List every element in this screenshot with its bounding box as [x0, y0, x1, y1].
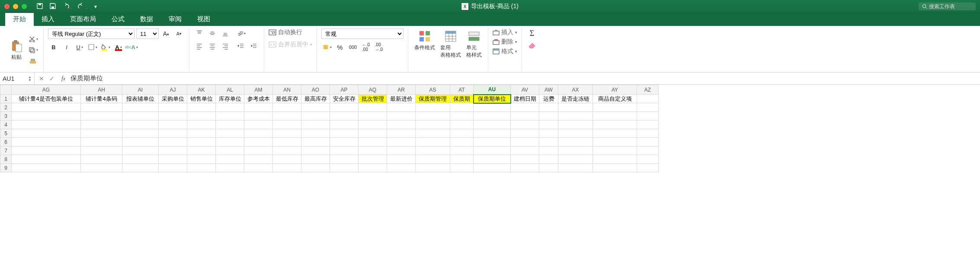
row-header[interactable]: 5	[0, 129, 12, 138]
cell[interactable]	[244, 129, 273, 138]
cell-styles-button[interactable]: 单元 格样式	[464, 29, 484, 60]
cell[interactable]	[558, 155, 593, 164]
copy-button[interactable]	[28, 45, 39, 55]
cell[interactable]	[387, 112, 416, 121]
cell[interactable]	[450, 164, 474, 172]
cell[interactable]	[159, 103, 187, 112]
tab-insert[interactable]: 插入	[34, 13, 62, 26]
number-format-select[interactable]: 常规	[321, 29, 404, 39]
row-header[interactable]: 3	[0, 112, 12, 121]
cell[interactable]	[558, 164, 593, 172]
cell[interactable]	[558, 121, 593, 129]
cell[interactable]	[416, 155, 450, 164]
cell[interactable]	[273, 138, 301, 146]
cell[interactable]	[216, 155, 244, 164]
column-header[interactable]: AH	[81, 85, 122, 95]
cell[interactable]	[387, 138, 416, 146]
cell[interactable]	[637, 121, 659, 129]
close-window[interactable]	[4, 4, 10, 9]
cell[interactable]	[159, 138, 187, 146]
cell[interactable]	[539, 155, 558, 164]
column-header[interactable]: AP	[330, 85, 359, 95]
cell[interactable]	[558, 129, 593, 138]
cell[interactable]: 最新进价	[387, 95, 416, 103]
cell[interactable]	[450, 121, 474, 129]
namebox-stepper[interactable]: ▲▼	[28, 76, 32, 82]
cell[interactable]	[359, 138, 387, 146]
paste-button[interactable]: 粘贴	[8, 38, 25, 62]
cell[interactable]	[511, 112, 539, 121]
column-header[interactable]: AJ	[159, 85, 187, 95]
italic-button[interactable]: I	[61, 42, 72, 52]
merge-center-button[interactable]: 合并后居中 ▾	[269, 41, 312, 48]
font-size-select[interactable]: 11	[136, 29, 159, 39]
cell[interactable]	[216, 129, 244, 138]
cell[interactable]	[330, 164, 359, 172]
cell[interactable]	[330, 112, 359, 121]
cell[interactable]	[159, 146, 187, 155]
cell[interactable]: 安全库存	[330, 95, 359, 103]
cell[interactable]	[216, 138, 244, 146]
cell[interactable]	[81, 129, 122, 138]
cell[interactable]	[511, 103, 539, 112]
cell[interactable]	[330, 146, 359, 155]
cell[interactable]: 报表辅单位	[122, 95, 159, 103]
decrease-font-button[interactable]: A▾	[173, 29, 185, 38]
cell[interactable]	[216, 146, 244, 155]
cell[interactable]: 采购单位	[159, 95, 187, 103]
font-name-select[interactable]: 等线 Regular (正文)	[48, 29, 135, 39]
cell[interactable]	[539, 164, 558, 172]
tab-data[interactable]: 数据	[132, 13, 161, 26]
tab-page-layout[interactable]: 页面布局	[62, 13, 104, 26]
cell[interactable]	[558, 103, 593, 112]
cell[interactable]	[244, 112, 273, 121]
cell[interactable]	[359, 155, 387, 164]
cell[interactable]	[122, 121, 159, 129]
fill-color-button[interactable]	[100, 42, 111, 52]
cell[interactable]	[216, 112, 244, 121]
cell[interactable]	[511, 138, 539, 146]
row-header[interactable]: 6	[0, 138, 12, 146]
cell[interactable]	[593, 112, 637, 121]
cell[interactable]	[474, 129, 511, 138]
insert-cells-button[interactable]: 插入▾	[493, 29, 517, 36]
cell[interactable]	[593, 155, 637, 164]
cancel-formula-button[interactable]: ✕	[39, 75, 44, 82]
cell[interactable]	[187, 121, 216, 129]
column-header[interactable]: AU	[474, 85, 511, 95]
search-input[interactable]	[929, 3, 972, 10]
cell[interactable]: 库存单位	[216, 95, 244, 103]
cell[interactable]	[539, 129, 558, 138]
redo-icon[interactable]	[78, 3, 87, 11]
increase-decimal-button[interactable]: ←.0.00	[360, 42, 372, 52]
cell[interactable]: 建档日期	[511, 95, 539, 103]
column-header[interactable]: AI	[122, 85, 159, 95]
cell[interactable]	[637, 164, 659, 172]
cell[interactable]	[539, 112, 558, 121]
cell[interactable]	[450, 129, 474, 138]
cell[interactable]	[416, 146, 450, 155]
cell[interactable]	[159, 112, 187, 121]
cell[interactable]	[558, 138, 593, 146]
cell[interactable]	[273, 129, 301, 138]
cell[interactable]	[558, 146, 593, 155]
cell[interactable]	[187, 138, 216, 146]
spreadsheet-grid[interactable]: AGAHAIAJAKALAMANAOAPAQARASATAUAVAWAXAYAZ…	[0, 85, 980, 172]
cell[interactable]	[359, 164, 387, 172]
cell[interactable]	[330, 155, 359, 164]
cell[interactable]	[12, 121, 81, 129]
cell[interactable]	[450, 155, 474, 164]
cell[interactable]	[637, 146, 659, 155]
cell[interactable]	[159, 155, 187, 164]
cell[interactable]	[122, 146, 159, 155]
cell[interactable]	[244, 164, 273, 172]
cell[interactable]	[159, 121, 187, 129]
row-header[interactable]: 8	[0, 155, 12, 164]
cell[interactable]	[81, 121, 122, 129]
align-middle-button[interactable]	[207, 29, 218, 38]
wrap-text-button[interactable]: 自动换行	[269, 29, 312, 36]
tab-view[interactable]: 视图	[189, 13, 218, 26]
phonetic-button[interactable]: abcA	[126, 42, 137, 52]
cell[interactable]	[359, 103, 387, 112]
cell[interactable]	[187, 112, 216, 121]
